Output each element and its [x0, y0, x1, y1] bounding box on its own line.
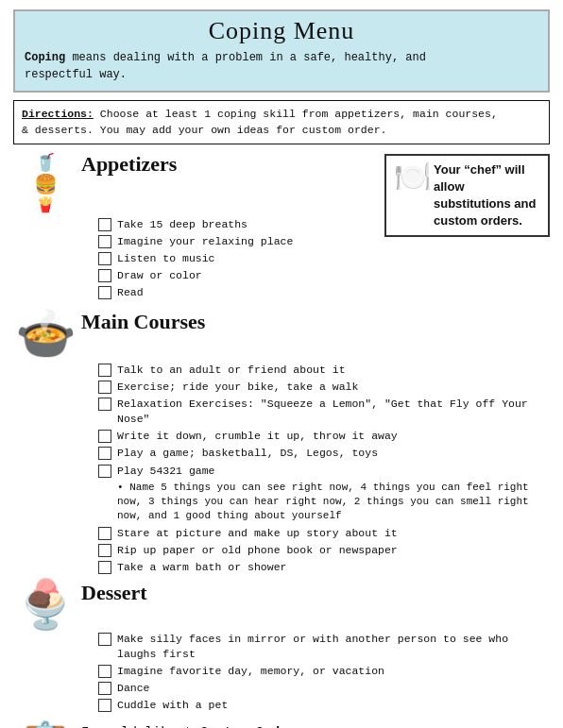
custom-order-line: I would like to Custom Order: [81, 723, 550, 728]
chef-note-text: Your “chef” will allow substitutions and… [434, 161, 540, 230]
item-text: Write it down, crumble it up, throw it a… [117, 429, 550, 444]
main-courses-title: Main Courses [81, 310, 550, 334]
list-item: Talk to an adult or friend about it [98, 363, 550, 378]
list-item: Imagine your relaxing place [98, 234, 377, 249]
directions-text: Choose at least 1 coping skill from appe… [22, 108, 498, 136]
checkbox[interactable] [98, 447, 111, 460]
custom-order-section: 📋 I would like to Custom Order: ♣ [13, 723, 550, 728]
list-item: Write it down, crumble it up, throw it a… [98, 429, 550, 444]
dessert-section: 🍨 Dessert Make silly faces in mirror or … [13, 581, 550, 713]
custom-order-prefix: I would like to [81, 725, 200, 728]
title-box: Coping Menu Coping means dealing with a … [13, 9, 550, 93]
item-text: Talk to an adult or friend about it [117, 363, 550, 378]
bullet-item: • Name 5 things you can see right now, 4… [117, 481, 550, 524]
appetizers-title: Appetizers [81, 152, 377, 177]
list-item: Listen to music [98, 251, 550, 266]
list-item: Read [98, 285, 550, 300]
checkbox[interactable] [98, 235, 111, 248]
checkbox[interactable] [98, 269, 111, 282]
dessert-checklist: Make silly faces in mirror or with anoth… [98, 632, 550, 713]
item-text: Rip up paper or old phone book or newspa… [117, 543, 550, 558]
main-courses-header: 🍲 Main Courses [13, 310, 550, 359]
checkbox[interactable] [98, 699, 111, 712]
main-courses-section: 🍲 Main Courses Talk to an adult or frien… [13, 310, 550, 575]
item-text: Stare at picture and make up story about… [117, 526, 550, 541]
list-item: Make silly faces in mirror or with anoth… [98, 632, 550, 662]
checkbox[interactable] [98, 430, 111, 443]
title-description: Coping means dealing with a problem in a… [25, 49, 538, 83]
main-courses-title-area: Main Courses [77, 310, 550, 336]
checkbox[interactable] [98, 364, 111, 377]
custom-order-content: I would like to Custom Order: ♣ [77, 723, 550, 728]
coping-word: Coping [25, 51, 65, 64]
list-item: Play a game; basketball, DS, Legos, toys [98, 446, 550, 461]
checkbox[interactable] [98, 527, 111, 540]
checkbox[interactable] [98, 381, 111, 394]
list-item: Rip up paper or old phone book or newspa… [98, 543, 550, 558]
list-item: Exercise; ride your bike, take a walk [98, 380, 550, 395]
checkbox[interactable] [98, 286, 111, 299]
custom-order-label-bold: Custom Order: [200, 725, 303, 728]
page-title: Coping Menu [25, 17, 538, 45]
item-text: Play 54321 game [117, 464, 550, 479]
checkbox[interactable] [98, 252, 111, 265]
list-item: Play 54321 game [98, 464, 550, 479]
list-item: Cuddle with a pet [98, 698, 550, 713]
appetizers-section: 🍽️ Your “chef” will allow substitutions … [13, 152, 550, 304]
item-text: Imagine your relaxing place [117, 234, 377, 249]
item-text: Imagine favorite day, memory, or vacatio… [117, 664, 550, 679]
title-desc-rest: means dealing with a problem in a safe, … [25, 51, 426, 81]
item-text: Take 15 deep breaths [117, 217, 377, 232]
list-item: Relaxation Exercises: "Squeeze a Lemon",… [98, 397, 550, 427]
item-text: Read [117, 285, 550, 300]
custom-order-input-line [307, 723, 550, 728]
checkbox[interactable] [98, 561, 111, 574]
item-text: Draw or color [117, 268, 550, 283]
main-courses-checklist: Talk to an adult or friend about it Exer… [98, 363, 550, 575]
item-text: Make silly faces in mirror or with anoth… [117, 632, 550, 662]
directions-box: Directions: Choose at least 1 coping ski… [13, 100, 550, 144]
checkbox[interactable] [98, 682, 111, 695]
item-text: Relaxation Exercises: "Squeeze a Lemon",… [117, 397, 550, 427]
item-text: Cuddle with a pet [117, 698, 550, 713]
list-item: Stare at picture and make up story about… [98, 526, 550, 541]
checkbox[interactable] [98, 544, 111, 557]
checkbox[interactable] [98, 465, 111, 478]
appetizers-title-area: Appetizers [77, 152, 377, 178]
custom-order-image: 📋 [13, 723, 77, 728]
item-text: Listen to music [117, 251, 550, 266]
checkbox[interactable] [98, 633, 111, 646]
chef-hat-icon: 🍽️ [394, 161, 428, 192]
appetizers-image: 🥤 🍔 🍟 [13, 152, 77, 213]
item-text: Dance [117, 681, 550, 696]
item-text: Take a warm bath or shower [117, 560, 550, 575]
list-item: Take a warm bath or shower [98, 560, 550, 575]
checkbox[interactable] [98, 665, 111, 678]
list-item: Draw or color [98, 268, 550, 283]
appetizers-header: 🥤 🍔 🍟 Appetizers [13, 152, 377, 213]
checkbox[interactable] [98, 398, 111, 411]
list-item: Take 15 deep breaths [98, 217, 377, 232]
dessert-title: Dessert [81, 581, 550, 605]
item-text: Exercise; ride your bike, take a walk [117, 380, 550, 395]
checkbox[interactable] [98, 218, 111, 231]
dessert-header: 🍨 Dessert [13, 581, 550, 628]
list-item: Imagine favorite day, memory, or vacatio… [98, 664, 550, 679]
list-item: Dance [98, 681, 550, 696]
main-courses-image: 🍲 [13, 310, 77, 359]
dessert-image: 🍨 [13, 581, 77, 628]
item-text: Play a game; basketball, DS, Legos, toys [117, 446, 550, 461]
dessert-title-area: Dessert [77, 581, 550, 607]
chef-note: 🍽️ Your “chef” will allow substitutions … [384, 154, 550, 238]
directions-label: Directions: [22, 108, 94, 120]
